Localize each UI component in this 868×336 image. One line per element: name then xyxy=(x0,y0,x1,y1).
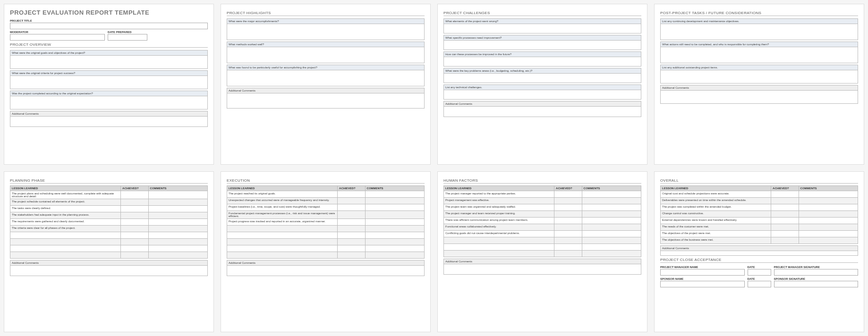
comments-cell[interactable] xyxy=(365,252,424,259)
comments-cell[interactable] xyxy=(365,211,424,219)
achieved-cell[interactable] xyxy=(554,204,582,211)
comments-cell[interactable] xyxy=(582,211,641,218)
comments-cell[interactable] xyxy=(582,231,641,237)
achieved-cell[interactable] xyxy=(338,226,366,232)
comments-cell[interactable] xyxy=(582,198,641,204)
comments-cell[interactable] xyxy=(799,204,858,211)
achieved-cell[interactable] xyxy=(338,191,366,198)
comments-cell[interactable] xyxy=(582,237,641,244)
achieved-cell[interactable] xyxy=(554,211,582,218)
date-prepared-input[interactable] xyxy=(108,34,147,41)
achieved-cell[interactable] xyxy=(554,251,582,257)
achieved-cell[interactable] xyxy=(338,211,366,219)
additional-comments-box[interactable] xyxy=(10,117,208,127)
additional-comments-box[interactable] xyxy=(443,107,641,117)
comments-cell[interactable] xyxy=(799,237,858,244)
comments-cell[interactable] xyxy=(148,212,207,219)
comments-cell[interactable] xyxy=(582,224,641,231)
comments-cell[interactable] xyxy=(582,251,641,257)
achieved-cell[interactable] xyxy=(554,191,582,198)
comments-cell[interactable] xyxy=(365,204,424,211)
achieved-cell[interactable] xyxy=(771,191,799,198)
achieved-cell[interactable] xyxy=(554,224,582,231)
achieved-cell[interactable] xyxy=(338,232,366,239)
achieved-cell[interactable] xyxy=(554,244,582,251)
comments-cell[interactable] xyxy=(148,191,207,199)
q-answer[interactable] xyxy=(443,24,641,34)
additional-comments-box[interactable] xyxy=(443,264,641,275)
additional-comments-box[interactable] xyxy=(227,93,425,109)
achieved-cell[interactable] xyxy=(121,226,149,232)
comments-cell[interactable] xyxy=(148,245,207,252)
achieved-cell[interactable] xyxy=(338,204,366,211)
q-answer[interactable] xyxy=(660,47,858,63)
comments-cell[interactable] xyxy=(799,218,858,224)
q-answer[interactable] xyxy=(227,24,425,40)
pm-date-input[interactable] xyxy=(748,269,771,276)
pm-sig-input[interactable] xyxy=(774,269,859,276)
q-answer[interactable] xyxy=(10,96,208,109)
achieved-cell[interactable] xyxy=(771,198,799,204)
additional-comments-box[interactable] xyxy=(10,266,208,276)
comments-cell[interactable] xyxy=(365,232,424,239)
q-answer[interactable] xyxy=(660,70,858,84)
achieved-cell[interactable] xyxy=(554,218,582,224)
achieved-cell[interactable] xyxy=(338,245,366,252)
achieved-cell[interactable] xyxy=(771,231,799,237)
achieved-cell[interactable] xyxy=(121,199,149,206)
achieved-cell[interactable] xyxy=(121,232,149,239)
comments-cell[interactable] xyxy=(148,226,207,232)
achieved-cell[interactable] xyxy=(121,219,149,226)
additional-comments-box[interactable] xyxy=(660,251,858,256)
achieved-cell[interactable] xyxy=(121,212,149,219)
comments-cell[interactable] xyxy=(799,191,858,198)
sponsor-date-input[interactable] xyxy=(748,281,771,287)
pm-name-input[interactable] xyxy=(660,269,745,276)
additional-comments-box[interactable] xyxy=(227,266,425,276)
achieved-cell[interactable] xyxy=(121,252,149,259)
q-answer[interactable] xyxy=(10,76,208,89)
achieved-cell[interactable] xyxy=(554,237,582,244)
q-answer[interactable] xyxy=(660,24,858,40)
achieved-cell[interactable] xyxy=(121,245,149,252)
achieved-cell[interactable] xyxy=(771,224,799,231)
comments-cell[interactable] xyxy=(148,252,207,259)
comments-cell[interactable] xyxy=(799,211,858,218)
comments-cell[interactable] xyxy=(148,239,207,245)
moderator-input[interactable] xyxy=(10,34,105,41)
achieved-cell[interactable] xyxy=(338,252,366,259)
comments-cell[interactable] xyxy=(582,191,641,198)
comments-cell[interactable] xyxy=(799,198,858,204)
comments-cell[interactable] xyxy=(365,191,424,198)
comments-cell[interactable] xyxy=(582,244,641,251)
achieved-cell[interactable] xyxy=(771,211,799,218)
q-answer[interactable] xyxy=(443,74,641,83)
q-answer[interactable] xyxy=(227,47,425,63)
achieved-cell[interactable] xyxy=(121,206,149,212)
comments-cell[interactable] xyxy=(148,232,207,239)
achieved-cell[interactable] xyxy=(121,191,149,199)
achieved-cell[interactable] xyxy=(121,239,149,245)
comments-cell[interactable] xyxy=(582,204,641,211)
comments-cell[interactable] xyxy=(582,218,641,224)
comments-cell[interactable] xyxy=(148,219,207,226)
additional-comments-box[interactable] xyxy=(660,91,858,104)
comments-cell[interactable] xyxy=(365,245,424,252)
project-title-input[interactable] xyxy=(10,23,208,29)
comments-cell[interactable] xyxy=(365,239,424,245)
comments-cell[interactable] xyxy=(365,198,424,204)
q-answer[interactable] xyxy=(443,41,641,50)
achieved-cell[interactable] xyxy=(554,231,582,237)
achieved-cell[interactable] xyxy=(338,239,366,245)
comments-cell[interactable] xyxy=(148,206,207,212)
achieved-cell[interactable] xyxy=(771,204,799,211)
achieved-cell[interactable] xyxy=(771,237,799,244)
comments-cell[interactable] xyxy=(365,219,424,226)
achieved-cell[interactable] xyxy=(554,198,582,204)
achieved-cell[interactable] xyxy=(338,198,366,204)
comments-cell[interactable] xyxy=(365,226,424,232)
q-answer[interactable] xyxy=(10,56,208,69)
comments-cell[interactable] xyxy=(799,231,858,237)
sponsor-name-input[interactable] xyxy=(660,281,745,287)
achieved-cell[interactable] xyxy=(771,218,799,224)
